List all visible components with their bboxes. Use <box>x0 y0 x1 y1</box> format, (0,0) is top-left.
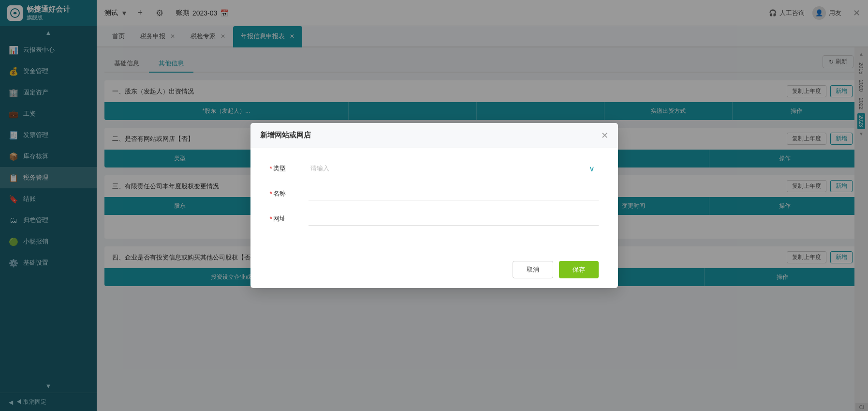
field-name-text: 名称 <box>273 189 286 198</box>
dialog-overlay[interactable]: 新增网站或网店 ✕ * 类型 ∨ * 名称 <box>0 0 868 411</box>
dialog-add-website: 新增网站或网店 ✕ * 类型 ∨ * 名称 <box>250 123 618 288</box>
field-name: * 名称 <box>270 187 599 200</box>
required-mark-url: * <box>270 215 272 223</box>
field-name-input-wrap <box>309 187 599 200</box>
field-url: * 网址 <box>270 212 599 226</box>
field-type-text: 类型 <box>273 164 286 173</box>
field-url-label: * 网址 <box>270 214 309 223</box>
cancel-button[interactable]: 取消 <box>513 261 553 278</box>
dialog-close-btn[interactable]: ✕ <box>601 131 608 140</box>
required-mark-type: * <box>270 165 272 172</box>
type-input[interactable] <box>309 162 599 175</box>
required-mark-name: * <box>270 190 272 198</box>
save-button[interactable]: 保存 <box>559 261 599 278</box>
dialog-footer: 取消 保存 <box>250 251 618 288</box>
url-input[interactable] <box>309 212 599 226</box>
field-url-text: 网址 <box>273 214 286 223</box>
dialog-body: * 类型 ∨ * 名称 <box>250 148 618 251</box>
field-url-input-wrap <box>309 212 599 226</box>
field-type-input-wrap: ∨ <box>309 162 599 175</box>
field-type: * 类型 ∨ <box>270 162 599 175</box>
field-type-label: * 类型 <box>270 164 309 173</box>
dialog-header: 新增网站或网店 ✕ <box>250 123 618 148</box>
dialog-title: 新增网站或网店 <box>260 131 311 140</box>
name-input[interactable] <box>309 187 599 200</box>
field-name-label: * 名称 <box>270 189 309 198</box>
